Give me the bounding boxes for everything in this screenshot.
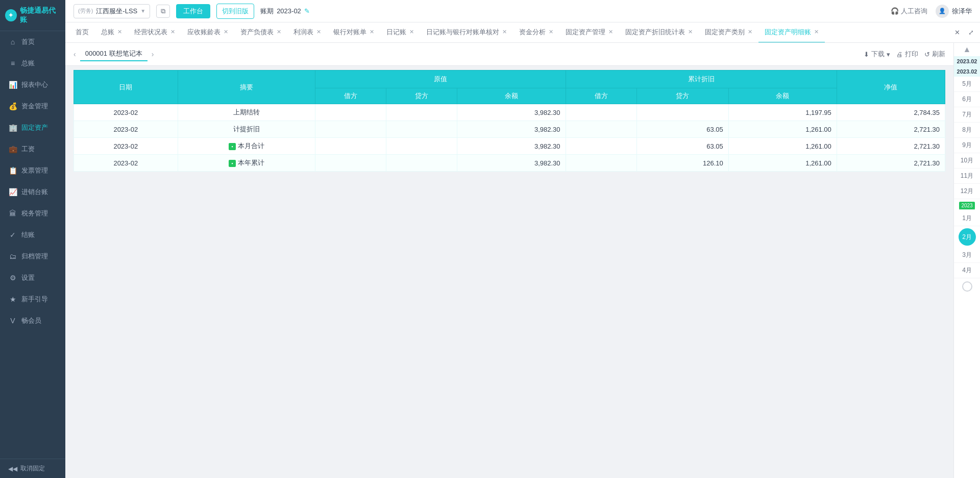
calendar-month-10[interactable]: 10月 bbox=[954, 153, 980, 169]
tab-close-icon[interactable]: ✕ bbox=[748, 29, 752, 35]
calendar-month-12[interactable]: 12月 bbox=[954, 184, 980, 199]
salary-icon: 💼 bbox=[8, 145, 17, 153]
tab-close-icon[interactable]: ✕ bbox=[370, 29, 374, 35]
sidebar-item-invoice[interactable]: 📋 发票管理 bbox=[0, 160, 65, 181]
invoice-icon: 📋 bbox=[8, 166, 17, 175]
maximize-button[interactable]: ⤢ bbox=[966, 27, 976, 38]
th-orig-balance: 余额 bbox=[457, 88, 566, 104]
refresh-button[interactable]: ↺ 刷新 bbox=[924, 50, 945, 59]
sidebar-item-settings[interactable]: ⚙ 设置 bbox=[0, 267, 65, 289]
sidebar-item-label: 结账 bbox=[21, 230, 35, 240]
sidebar-item-sales[interactable]: 📈 进销台账 bbox=[0, 181, 65, 203]
calendar-month-6[interactable]: 6月 bbox=[954, 92, 980, 107]
sidebar-item-salary[interactable]: 💼 工资 bbox=[0, 138, 65, 160]
support-button[interactable]: 🎧 人工咨询 bbox=[891, 7, 927, 16]
user-info[interactable]: 👤 徐泽华 bbox=[936, 5, 972, 18]
tab-home[interactable]: 首页 bbox=[69, 22, 95, 43]
calendar-month-2-active[interactable]: 2月 bbox=[959, 228, 976, 246]
tab-close-icon[interactable]: ✕ bbox=[224, 29, 228, 35]
calendar-month-7[interactable]: 7月 bbox=[954, 107, 980, 123]
calendar-month-8[interactable]: 8月 bbox=[954, 123, 980, 138]
workbench-button[interactable]: 工作台 bbox=[176, 4, 210, 18]
tab-close-icon[interactable]: ✕ bbox=[549, 29, 553, 35]
cell-acc-debit bbox=[566, 121, 636, 138]
top-header: (劳务) 江西服坐-LSS ▼ ⧉ 工作台 切到旧版 账期 2023-02 ✎ … bbox=[65, 0, 980, 22]
calendar-year-top[interactable]: 2023.02 bbox=[954, 56, 980, 66]
sidebar-item-tax[interactable]: 🏛 税务管理 bbox=[0, 203, 65, 224]
cell-description: ▪本年累计 bbox=[178, 155, 315, 172]
print-button[interactable]: 🖨 打印 bbox=[896, 50, 918, 59]
edit-period-icon[interactable]: ✎ bbox=[304, 7, 310, 15]
tab-close-icon[interactable]: ✕ bbox=[688, 29, 693, 35]
tab-close-icon[interactable]: ✕ bbox=[277, 29, 281, 35]
sidebar-item-label: 税务管理 bbox=[21, 209, 48, 218]
sidebar-item-reports[interactable]: 📊 报表中心 bbox=[0, 74, 65, 95]
tab-label: 固定资产折旧统计表 bbox=[625, 28, 685, 37]
close-tabs-button[interactable]: ✕ bbox=[952, 27, 962, 38]
cell-description: ▪本月合计 bbox=[178, 138, 315, 155]
tab-bank-statement[interactable]: 银行对账单 ✕ bbox=[327, 22, 380, 43]
cancel-pin-button[interactable]: ◀◀ 取消固定 bbox=[0, 459, 65, 478]
tab-reconcile[interactable]: 日记账与银行对账单核对 ✕ bbox=[420, 22, 513, 43]
sidebar-item-label: 工资 bbox=[21, 145, 35, 154]
sidebar-item-member[interactable]: V 畅会员 bbox=[0, 310, 65, 331]
sidebar-item-fixed-assets[interactable]: 🏢 固定资产 bbox=[0, 117, 65, 138]
nav-right-icon[interactable]: › bbox=[152, 50, 154, 58]
sidebar-item-label: 总账 bbox=[21, 59, 35, 68]
calendar-month-5[interactable]: 5月 bbox=[954, 77, 980, 92]
calendar-month-3[interactable]: 3月 bbox=[954, 248, 980, 263]
calendar-year-top2[interactable]: 2023.02 bbox=[954, 66, 980, 77]
cell-acc-balance: 1,261.00 bbox=[728, 138, 837, 155]
period-value: 2023-02 bbox=[277, 7, 301, 15]
calendar-month-9[interactable]: 9月 bbox=[954, 138, 980, 153]
tab-balance[interactable]: 资产负债表 ✕ bbox=[234, 22, 287, 43]
sidebar-item-capital[interactable]: 💰 资金管理 bbox=[0, 95, 65, 117]
copy-button[interactable]: ⧉ bbox=[156, 5, 170, 18]
calendar-circle-icon[interactable] bbox=[962, 281, 972, 292]
tab-capital-analysis[interactable]: 资金分析 ✕ bbox=[513, 22, 559, 43]
sales-icon: 📈 bbox=[8, 188, 17, 196]
tab-fixed-category[interactable]: 固定资产类别 ✕ bbox=[699, 22, 758, 43]
app-logo: ✦ 畅捷通易代账 bbox=[0, 0, 65, 31]
tab-close-icon[interactable]: ✕ bbox=[117, 29, 122, 35]
tab-fixed-mgmt[interactable]: 固定资产管理 ✕ bbox=[559, 22, 619, 43]
company-selector[interactable]: (劳务) 江西服坐-LSS ▼ bbox=[74, 4, 150, 18]
tab-journal[interactable]: 日记账 ✕ bbox=[380, 22, 420, 43]
tab-close-icon[interactable]: ✕ bbox=[316, 29, 321, 35]
nav-left-icon[interactable]: ‹ bbox=[74, 50, 76, 58]
switch-old-button[interactable]: 切到旧版 bbox=[216, 4, 254, 19]
asset-code: 000001 bbox=[85, 50, 107, 57]
content-area: ‹ 000001 联想笔记本 › ⬇ 下载 ▾ 🖨 打印 bbox=[65, 43, 980, 478]
tab-close-icon[interactable]: ✕ bbox=[170, 29, 175, 35]
tab-fixed-detail[interactable]: 固定资产明细账 ✕ bbox=[758, 22, 825, 43]
sidebar-item-archive[interactable]: 🗂 归档管理 bbox=[0, 246, 65, 267]
sidebar-item-settlement[interactable]: ✓ 结账 bbox=[0, 224, 65, 246]
tab-management[interactable]: 经营状况表 ✕ bbox=[128, 22, 181, 43]
calendar-month-4[interactable]: 4月 bbox=[954, 263, 980, 278]
member-icon: V bbox=[8, 317, 17, 325]
tag-green-icon: ▪ bbox=[229, 160, 236, 167]
tab-receivable[interactable]: 应收账龄表 ✕ bbox=[181, 22, 234, 43]
calendar-scroll-up[interactable]: ▲ bbox=[954, 43, 980, 56]
sidebar-item-ledger[interactable]: ≡ 总账 bbox=[0, 53, 65, 74]
calendar-month-1[interactable]: 1月 bbox=[954, 211, 980, 226]
company-label-prefix: (劳务) bbox=[78, 7, 93, 15]
tab-close-icon[interactable]: ✕ bbox=[502, 29, 507, 35]
cancel-pin-label: 取消固定 bbox=[20, 464, 45, 473]
tab-close-icon[interactable]: ✕ bbox=[409, 29, 414, 35]
tab-close-icon[interactable]: ✕ bbox=[814, 29, 819, 35]
cell-acc-debit bbox=[566, 138, 636, 155]
refresh-icon: ↺ bbox=[924, 51, 930, 58]
tab-profit[interactable]: 利润表 ✕ bbox=[287, 22, 327, 43]
sidebar-item-guide[interactable]: ★ 新手引导 bbox=[0, 289, 65, 310]
tab-ledger[interactable]: 总账 ✕ bbox=[95, 22, 128, 43]
tab-close-icon[interactable]: ✕ bbox=[608, 29, 613, 35]
asset-nav-item[interactable]: 000001 联想笔记本 bbox=[80, 47, 148, 61]
download-button[interactable]: ⬇ 下载 ▾ bbox=[864, 50, 890, 59]
period-prefix: 账期 bbox=[260, 7, 274, 16]
cell-acc-credit: 126.10 bbox=[636, 155, 728, 172]
tab-depreciation-stats[interactable]: 固定资产折旧统计表 ✕ bbox=[619, 22, 699, 43]
calendar-month-11[interactable]: 11月 bbox=[954, 169, 980, 184]
sidebar-item-home[interactable]: ⌂ 首页 bbox=[0, 31, 65, 53]
th-net-value: 净值 bbox=[837, 70, 945, 104]
